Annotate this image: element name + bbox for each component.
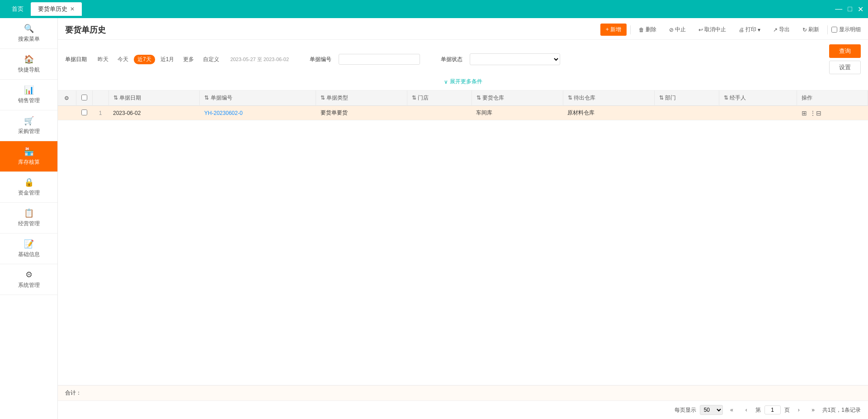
sidebar-item-purchase[interactable]: 🛒 采购管理 [0, 110, 57, 141]
yesterday-btn[interactable]: 昨天 [94, 55, 112, 64]
row-docno-cell[interactable]: YH-20230602-0 [200, 106, 316, 120]
display-detail-checkbox[interactable] [831, 27, 837, 33]
col-settings[interactable]: ⚙ [58, 90, 76, 106]
prev-page-btn[interactable]: ‹ [741, 405, 752, 415]
col-date[interactable]: ⇅ 单据日期 [108, 90, 200, 106]
today-btn[interactable]: 今天 [114, 55, 132, 64]
sidebar-item-finance[interactable]: 🔒 资金管理 [0, 172, 57, 203]
col-date-label: ⇅ 单据日期 [113, 95, 141, 101]
doc-no-label: 单据编号 [310, 56, 331, 63]
page-label-2: 页 [784, 406, 790, 414]
row-checkbox-cell[interactable] [76, 106, 92, 120]
first-page-btn[interactable]: « [726, 405, 737, 415]
last1month-btn[interactable]: 近1月 [157, 55, 178, 64]
settings-button[interactable]: 设置 [829, 61, 861, 74]
doc-no-input[interactable] [339, 54, 420, 65]
custom-btn[interactable]: 自定义 [199, 55, 223, 64]
col-docno[interactable]: ⇅ 单据编号 [200, 90, 316, 106]
row-dept-cell [654, 106, 719, 120]
cancel-icon: ↩ [698, 27, 703, 33]
select-all-checkbox[interactable] [81, 95, 87, 100]
refresh-button[interactable]: ↻ 刷新 [798, 24, 824, 36]
close-window-icon[interactable]: ✕ [858, 5, 863, 14]
content-area: 要货单历史 + 新增 🗑 删除 ⊘ 中止 ↩ 取消中止 🖨 打 [58, 18, 868, 419]
col-operation: 操作 [797, 90, 868, 106]
col-docno-label: ⇅ 单据编号 [204, 95, 232, 101]
search-icon: 🔍 [24, 24, 34, 33]
date-filter-buttons: 昨天 今天 近7天 近1月 更多 自定义 [94, 55, 223, 64]
last-page-btn[interactable]: » [808, 405, 819, 415]
col-store[interactable]: ⇅ 门店 [407, 90, 472, 106]
export-icon: ↗ [773, 27, 778, 33]
expand-more[interactable]: ∨ 展开更多条件 [65, 78, 861, 86]
export-button[interactable]: ↗ 导出 [769, 24, 794, 36]
table-area: ⚙ ⇅ 单据日期 ⇅ 单据编号 ⇅ 单据类型 [58, 90, 868, 385]
row-doctype-cell: 要货单要货 [316, 106, 407, 120]
status-select[interactable] [470, 53, 560, 65]
col-reqwarehouse[interactable]: ⇅ 要货仓库 [472, 90, 563, 106]
col-doctype-label: ⇅ 单据类型 [321, 95, 348, 101]
sidebar-item-sales[interactable]: 📊 销售管理 [0, 80, 57, 110]
sidebar-item-quicknav[interactable]: 🏠 快捷导航 [0, 49, 57, 80]
new-button[interactable]: + 新增 [600, 24, 627, 36]
sidebar-label-operations: 经营管理 [18, 220, 40, 228]
per-page-select[interactable]: 10 20 50 100 [700, 405, 723, 415]
minimize-icon[interactable]: — [835, 5, 842, 13]
col-dept-label: ⇅ 部门 [659, 95, 676, 101]
tab-home[interactable]: 首页 [5, 2, 31, 16]
page-input[interactable] [764, 405, 781, 414]
col-handler-label: ⇅ 经手人 [724, 95, 746, 101]
col-handler[interactable]: ⇅ 经手人 [719, 90, 797, 106]
more-ops-icon[interactable]: ⋮⊟ [810, 110, 821, 117]
last7days-btn[interactable]: 近7天 [134, 55, 155, 64]
row-checkbox[interactable] [81, 110, 87, 115]
tab-close-icon[interactable]: ✕ [70, 6, 75, 12]
next-page-btn[interactable]: › [793, 405, 804, 415]
print-dropdown-icon: ▾ [758, 27, 760, 33]
row-settings-cell [58, 106, 76, 120]
sidebar-item-basicinfo[interactable]: 📝 基础信息 [0, 233, 57, 264]
row-pendingwarehouse-cell: 原材料仓库 [563, 106, 654, 120]
sidebar-item-system[interactable]: ⚙ 系统管理 [0, 264, 57, 295]
delete-button[interactable]: 🗑 删除 [634, 24, 661, 36]
display-detail-toggle[interactable]: 显示明细 [831, 26, 861, 33]
sidebar-item-operations[interactable]: 📋 经营管理 [0, 203, 57, 233]
sidebar-label-quicknav: 快捷导航 [18, 66, 40, 74]
view-detail-icon[interactable]: ⊞ [802, 110, 807, 117]
sidebar-label-sales: 销售管理 [18, 97, 40, 105]
col-checkbox [76, 90, 92, 106]
page-header: 要货单历史 + 新增 🗑 删除 ⊘ 中止 ↩ 取消中止 🖨 打 [58, 18, 868, 40]
summary-label: 合计： [65, 390, 81, 396]
gear-icon: ⚙ [25, 270, 33, 280]
refresh-icon: ↻ [802, 27, 807, 33]
cancel-stop-button[interactable]: ↩ 取消中止 [694, 24, 731, 36]
sidebar-item-inventory[interactable]: 🏪 库存核算 [0, 141, 57, 172]
col-pendingwarehouse[interactable]: ⇅ 待出仓库 [563, 90, 654, 106]
more-btn[interactable]: 更多 [179, 55, 198, 64]
doc-no-link[interactable]: YH-20230602-0 [204, 110, 243, 116]
divider1 [630, 25, 631, 34]
tab-active[interactable]: 要货单历史 ✕ [31, 2, 82, 16]
sidebar-label-inventory: 库存核算 [18, 158, 40, 166]
maximize-icon[interactable]: □ [848, 5, 852, 13]
divider2 [827, 25, 828, 34]
clipboard-icon: 📋 [24, 208, 34, 218]
col-dept[interactable]: ⇅ 部门 [654, 90, 719, 106]
sidebar-item-search[interactable]: 🔍 搜索菜单 [0, 18, 57, 49]
row-date-cell: 2023-06-02 [108, 106, 200, 120]
col-num [92, 90, 108, 106]
window-controls: — □ ✕ [835, 5, 863, 14]
col-doctype[interactable]: ⇅ 单据类型 [316, 90, 407, 106]
sidebar-label-basicinfo: 基础信息 [18, 251, 40, 258]
date-range-display: 2023-05-27 至 2023-06-02 [230, 56, 289, 63]
print-button[interactable]: 🖨 打印 ▾ [734, 24, 765, 36]
sidebar: 🔍 搜索菜单 🏠 快捷导航 📊 销售管理 🛒 采购管理 🏪 库存核算 🔒 资金管… [0, 18, 58, 419]
op-icons: ⊞ ⋮⊟ [802, 110, 863, 117]
warehouse-icon: 🏪 [24, 147, 34, 157]
page-title: 要货单历史 [65, 24, 106, 35]
query-button[interactable]: 查询 [829, 44, 861, 58]
col-store-label: ⇅ 门店 [412, 95, 429, 101]
stop-button[interactable]: ⊘ 中止 [665, 24, 690, 36]
sidebar-label-system: 系统管理 [18, 281, 40, 289]
per-page-label: 每页显示 [675, 406, 696, 414]
